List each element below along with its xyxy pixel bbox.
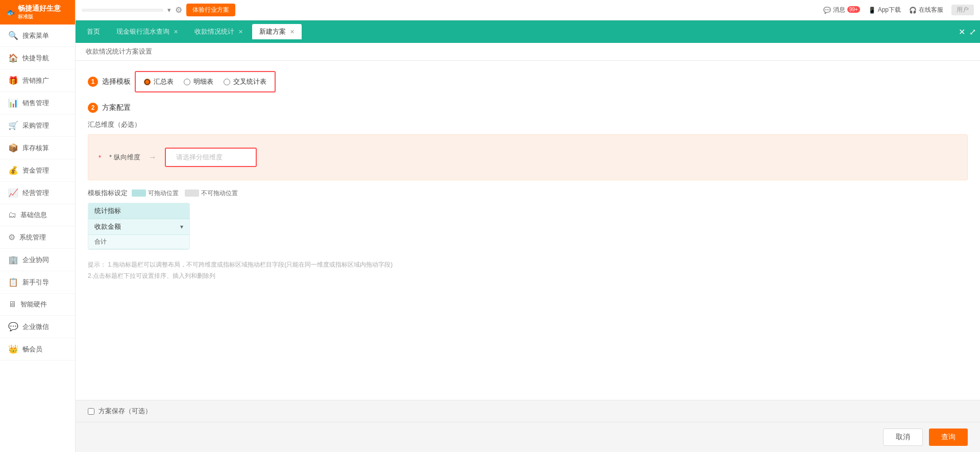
- cancel-button[interactable]: 取消: [883, 429, 923, 446]
- folder-icon: 🗂: [8, 210, 16, 220]
- gear-icon: ⚙: [8, 232, 15, 242]
- sidebar-item-sales[interactable]: 📊 销售管理: [0, 92, 75, 114]
- indicator-settings-label: 模板指标设定: [88, 188, 128, 198]
- indicator-table: 统计指标 收款金额 ▾ 合计: [88, 203, 190, 250]
- settings-icon[interactable]: ⚙: [175, 5, 182, 15]
- indicator-header: 模板指标设定 可拖动位置 不可拖动位置: [88, 188, 968, 198]
- sidebar-item-purchase[interactable]: 🛒 采购管理: [0, 114, 75, 137]
- box-icon: 📦: [8, 143, 18, 153]
- sidebar-item-search-menu[interactable]: 🔍 搜索菜单: [0, 25, 75, 47]
- step1-title: 选择模板: [102, 77, 131, 86]
- sidebar-item-inventory[interactable]: 📦 库存核算: [0, 137, 75, 159]
- industry-solution-button[interactable]: 体验行业方案: [186, 4, 235, 16]
- service-label: 在线客服: [919, 6, 943, 14]
- home-icon: 🏠: [8, 53, 18, 63]
- tip-text-2: 2.点击标题栏下拉可设置排序、插入列和删除列: [88, 271, 215, 282]
- tab-bank-flow[interactable]: 现金银行流水查询 ✕: [109, 24, 185, 39]
- message-label: 消息: [833, 6, 845, 14]
- tab-collection-stats[interactable]: 收款情况统计 ✕: [187, 24, 250, 39]
- sidebar-label-sales: 销售管理: [22, 99, 49, 108]
- save-plan-checkbox[interactable]: [88, 408, 94, 415]
- sidebar-label-search-menu: 搜索菜单: [22, 31, 49, 40]
- chat-icon: 💬: [8, 322, 18, 331]
- search-icon: 🔍: [8, 31, 18, 40]
- sidebar-item-system[interactable]: ⚙ 系统管理: [0, 226, 75, 249]
- sidebar-item-guide[interactable]: 📋 新手引导: [0, 271, 75, 294]
- sidebar-label-purchase: 采购管理: [22, 121, 49, 130]
- indicator-row-collection[interactable]: 收款金额 ▾: [88, 219, 189, 235]
- legend-draggable: 可拖动位置: [132, 189, 179, 198]
- sidebar-label-member: 畅会员: [22, 345, 42, 354]
- sidebar-label-quick-nav: 快捷导航: [22, 54, 49, 63]
- sidebar-label-basic-info: 基础信息: [20, 210, 47, 220]
- tab-new-plan-close[interactable]: ✕: [290, 29, 295, 35]
- sidebar-label-inventory: 库存核算: [22, 144, 49, 153]
- tab-home[interactable]: 首页: [80, 24, 107, 39]
- chevron-down-icon[interactable]: ▾: [180, 223, 183, 230]
- step1-num: 1: [88, 77, 98, 87]
- tab-new-plan[interactable]: 新建方案 ✕: [252, 24, 302, 39]
- sidebar-label-marketing: 营销推广: [22, 76, 49, 85]
- query-button[interactable]: 查询: [929, 429, 968, 446]
- legend-fixed: 不可拖动位置: [185, 189, 238, 198]
- logo-sub: 标准版: [18, 13, 61, 20]
- sidebar-item-smart-hw[interactable]: 🖥 智能硬件: [0, 294, 75, 316]
- sidebar-label-enterprise: 企业协同: [22, 255, 49, 265]
- dim-row: * * 纵向维度 → 请选择分组维度: [99, 148, 257, 167]
- tab-collection-stats-label: 收款情况统计: [194, 27, 234, 36]
- radio-cross[interactable]: 交叉统计表: [224, 77, 266, 86]
- sidebar: 🐟 畅捷通好生意 标准版 🔍 搜索菜单 🏠 快捷导航 🎁 营销推广 📊 销售管理…: [0, 0, 76, 452]
- top-bar-right: 💬 消息 99+ 📱 App下载 🎧 在线客服 用户: [823, 5, 974, 15]
- sidebar-item-operations[interactable]: 📈 经营管理: [0, 182, 75, 204]
- radio-summary-input[interactable]: [144, 79, 151, 85]
- template-options-box: 汇总表 明细表 交叉统计表: [135, 71, 276, 92]
- radio-cross-input[interactable]: [224, 79, 230, 85]
- message-badge: 99+: [847, 6, 860, 13]
- radio-detail-label[interactable]: 明细表: [193, 77, 213, 86]
- legend-draggable-color: [132, 189, 146, 197]
- sidebar-item-marketing[interactable]: 🎁 营销推广: [0, 69, 75, 92]
- download-label: App下载: [878, 6, 901, 14]
- indicator-row-label-total: 合计: [94, 237, 107, 246]
- sidebar-item-member[interactable]: 👑 畅会员: [0, 338, 75, 361]
- tab-bank-flow-close[interactable]: ✕: [174, 29, 178, 35]
- service-area[interactable]: 🎧 在线客服: [909, 6, 943, 14]
- indicator-row-total: 合计: [88, 235, 189, 249]
- trend-icon: 📈: [8, 188, 18, 198]
- form-area: 1 选择模板 汇总表 明细表: [76, 61, 980, 400]
- download-area[interactable]: 📱 App下载: [868, 6, 901, 14]
- sidebar-item-enterprise[interactable]: 🏢 企业协同: [0, 249, 75, 271]
- legend-fixed-color: [185, 189, 199, 197]
- tips-area: 提示： 1.拖动标题栏可以调整布局，不可跨维度或指标区域拖动栏目字段(只能在同一…: [88, 259, 968, 281]
- sidebar-item-basic-info[interactable]: 🗂 基础信息: [0, 204, 75, 226]
- dim-select-box[interactable]: 请选择分组维度: [165, 148, 257, 167]
- indicator-table-title: 统计指标: [88, 203, 189, 219]
- radio-cross-label[interactable]: 交叉统计表: [233, 77, 266, 86]
- dropdown-icon[interactable]: ▾: [167, 6, 171, 14]
- sidebar-item-wechat[interactable]: 💬 企业微信: [0, 316, 75, 338]
- tab-bar-actions: ✕ ⤢: [959, 27, 976, 37]
- radio-detail-input[interactable]: [184, 79, 190, 85]
- message-area[interactable]: 💬 消息 99+: [823, 6, 860, 14]
- radio-summary[interactable]: 汇总表: [144, 77, 174, 86]
- save-plan-label[interactable]: 方案保存（可选）: [99, 407, 152, 416]
- sidebar-item-quick-nav[interactable]: 🏠 快捷导航: [0, 47, 75, 69]
- money-icon: 💰: [8, 165, 18, 175]
- user-avatar[interactable]: 用户: [951, 5, 974, 15]
- radio-summary-label[interactable]: 汇总表: [154, 77, 174, 86]
- guide-icon: 📋: [8, 277, 18, 287]
- app-logo: 🐟 畅捷通好生意 标准版: [0, 0, 75, 25]
- sidebar-item-finance[interactable]: 💰 资金管理: [0, 159, 75, 182]
- tab-bank-flow-label: 现金银行流水查询: [116, 27, 169, 36]
- message-icon: 💬: [823, 7, 831, 14]
- sidebar-label-finance: 资金管理: [22, 166, 49, 175]
- sidebar-label-guide: 新手引导: [22, 278, 49, 287]
- tab-collection-stats-close[interactable]: ✕: [238, 29, 243, 35]
- monitor-icon: 🖥: [8, 300, 16, 309]
- dim-required-star: *: [99, 154, 101, 161]
- close-window-icon[interactable]: ✕: [959, 27, 965, 37]
- radio-detail[interactable]: 明细表: [184, 77, 213, 86]
- maximize-icon[interactable]: ⤢: [969, 27, 976, 37]
- top-search-bar: [82, 9, 163, 12]
- tab-bar: 首页 现金银行流水查询 ✕ 收款情况统计 ✕ 新建方案 ✕ ✕ ⤢: [76, 20, 980, 43]
